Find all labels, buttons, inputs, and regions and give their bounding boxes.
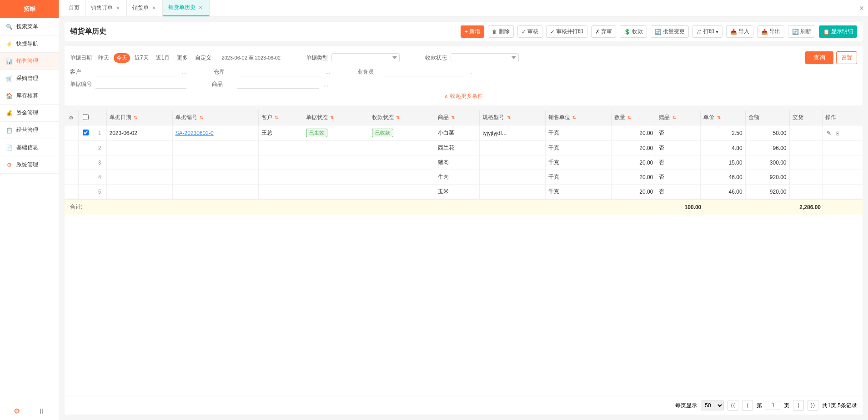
date-btn-yesterday[interactable]: 昨天 <box>95 53 112 63</box>
sidebar-item-label: 采购管理 <box>16 75 38 82</box>
tab-sales-history[interactable]: 销货单历史 ✕ <box>163 0 210 16</box>
goods-input[interactable] <box>237 80 319 89</box>
page-last-button[interactable]: ⟩⟩ <box>808 400 818 411</box>
export-button[interactable]: 📤 导出 <box>757 25 784 38</box>
sidebar-pause-icon[interactable]: ⏸ <box>38 407 45 415</box>
cell-checkbox[interactable] <box>78 170 93 185</box>
col-doc-number-label: 单据编号 <box>176 114 197 120</box>
warehouse-input[interactable] <box>239 68 321 76</box>
tab-sales-goods-close[interactable]: ✕ <box>151 5 157 11</box>
col-doc-number[interactable]: 单据编号 ⇅ <box>172 110 258 125</box>
collapse-button[interactable]: ∧ 收起更多条件 <box>444 92 483 100</box>
tab-sales-goods-label: 销货单 <box>132 4 149 12</box>
filter-action-buttons: 查询 设置 <box>805 51 857 64</box>
col-price-label: 单价 <box>703 114 714 120</box>
operations-icon: 📋 <box>5 127 13 134</box>
cell-gift: 否 <box>656 185 701 199</box>
select-all-checkbox[interactable] <box>83 114 89 120</box>
table-row: 2 西兰花 千克 20.00 否 4.80 96.00 <box>65 141 863 155</box>
col-unit[interactable]: 销售单位 ⇅ <box>546 110 612 125</box>
page-label-prefix: 第 <box>757 402 762 410</box>
col-gift[interactable]: 赠品 ⇅ <box>656 110 701 125</box>
salesperson-ellipsis[interactable]: ... <box>467 69 476 75</box>
cell-checkbox[interactable] <box>78 125 93 141</box>
print-button[interactable]: 🖨 打印 ▾ <box>692 25 722 38</box>
col-doc-status[interactable]: 单据状态 ⇅ <box>303 110 369 125</box>
tab-home[interactable]: 首页 <box>63 0 85 16</box>
date-btn-1month[interactable]: 近1月 <box>153 53 173 63</box>
col-checkbox <box>78 110 93 125</box>
tab-sales-goods[interactable]: 销货单 ✕ <box>127 0 163 16</box>
collect-button[interactable]: 💲 收款 <box>620 25 647 38</box>
page-size-select[interactable]: 20 50 100 <box>701 400 724 410</box>
abandon-button[interactable]: ✗ 弃审 <box>591 25 616 38</box>
date-btn-more[interactable]: 更多 <box>174 53 191 63</box>
sidebar-item-sales-mgmt[interactable]: 📊 销售管理 <box>0 53 59 70</box>
page-next-button[interactable]: ⟩ <box>793 400 804 411</box>
col-gear[interactable]: ⚙ <box>65 110 78 125</box>
import-button[interactable]: 📥 导入 <box>726 25 753 38</box>
page-first-button[interactable]: ⟨⟨ <box>728 400 738 411</box>
col-customer[interactable]: 客户 ⇅ <box>258 110 303 125</box>
tab-sales-order-close[interactable]: ✕ <box>115 5 121 11</box>
row-copy-button[interactable]: ⎘ <box>834 129 840 137</box>
date-btn-7days[interactable]: 近7天 <box>132 53 151 63</box>
cell-checkbox[interactable] <box>78 185 93 199</box>
collapse-arrow-icon: ∧ <box>444 93 448 100</box>
sidebar-settings-icon[interactable]: ⚙ <box>14 407 20 415</box>
sidebar-item-basics[interactable]: 📄 基础信息 <box>0 139 59 156</box>
page-number-input[interactable] <box>766 401 780 410</box>
doc-type-select[interactable] <box>331 53 400 62</box>
cell-doc-number <box>172 185 258 199</box>
col-qty-label: 数量 <box>614 114 625 120</box>
sidebar-item-inventory[interactable]: 🏠 库存核算 <box>0 87 59 105</box>
col-gift-label: 赠品 <box>659 114 670 120</box>
tab-sales-order[interactable]: 销售订单 ✕ <box>85 0 127 16</box>
sidebar-item-system[interactable]: ⚙ 系统管理 <box>0 156 59 174</box>
doc-number-link[interactable]: SA-20230602-0 <box>176 130 214 136</box>
add-button[interactable]: + 新增 <box>461 25 484 38</box>
row-checkbox[interactable] <box>83 130 89 135</box>
col-goods[interactable]: 商品 ⇅ <box>435 110 479 125</box>
doc-number-input[interactable] <box>95 80 186 89</box>
review-print-button[interactable]: ✓ 审核并打印 <box>546 25 587 38</box>
salesperson-input[interactable] <box>383 68 465 76</box>
customer-input[interactable] <box>95 68 177 76</box>
tab-sales-history-close[interactable]: ✕ <box>197 5 204 11</box>
col-price[interactable]: 单价 ⇅ <box>701 110 745 125</box>
col-spec[interactable]: 规格型号 ⇅ <box>480 110 546 125</box>
query-button[interactable]: 查询 <box>805 51 833 64</box>
cell-qty: 20.00 <box>612 125 656 141</box>
batch-change-button[interactable]: 🔄 批量变更 <box>651 25 689 38</box>
cell-gear <box>65 141 78 155</box>
sidebar-item-quick-nav[interactable]: ⚡ 快捷导航 <box>0 35 59 53</box>
row-edit-button[interactable]: ✎ <box>825 129 833 137</box>
review-button[interactable]: ✓ 审核 <box>517 25 542 38</box>
refresh-button[interactable]: 🔄 刷新 <box>788 25 815 38</box>
col-doc-date[interactable]: 单据日期 ⇅ <box>106 110 172 125</box>
sidebar-item-label: 搜索菜单 <box>16 23 38 30</box>
delete-button[interactable]: 🗑 删除 <box>488 25 514 38</box>
cell-checkbox[interactable] <box>78 141 93 155</box>
cell-checkbox[interactable] <box>78 155 93 170</box>
tab-bar-close-all[interactable]: ✕ <box>859 5 864 12</box>
payment-status-select[interactable] <box>451 53 519 62</box>
sidebar-item-operations[interactable]: 📋 经营管理 <box>0 122 59 139</box>
system-icon: ⚙ <box>5 161 13 169</box>
date-btn-today[interactable]: 今天 <box>114 53 130 63</box>
sidebar-item-finance[interactable]: 💰 资金管理 <box>0 105 59 122</box>
goods-ellipsis[interactable]: ... <box>322 81 330 88</box>
cell-delivery <box>789 155 822 170</box>
col-doc-date-label: 单据日期 <box>110 114 131 120</box>
date-btn-custom[interactable]: 自定义 <box>192 53 214 63</box>
sidebar-item-purchase-mgmt[interactable]: 🛒 采购管理 <box>0 70 59 87</box>
warehouse-ellipsis[interactable]: ... <box>324 69 332 75</box>
show-detail-button[interactable]: 📋 显示明细 <box>819 25 857 38</box>
cell-gift: 否 <box>656 141 701 155</box>
col-qty[interactable]: 数量 ⇅ <box>612 110 656 125</box>
filter-settings-button[interactable]: 设置 <box>836 51 857 64</box>
sidebar-item-search-menu[interactable]: 🔍 搜索菜单 <box>0 18 59 35</box>
col-payment-status[interactable]: 收款状态 ⇅ <box>369 110 435 125</box>
customer-ellipsis[interactable]: ... <box>180 69 188 75</box>
page-prev-button[interactable]: ⟨ <box>742 400 753 411</box>
